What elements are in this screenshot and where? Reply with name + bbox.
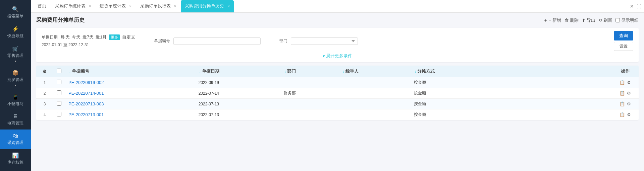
row-checkbox[interactable] [57,80,61,84]
delete-button[interactable]: 🗑 删除 [565,17,579,23]
table: ⚙ ↕ 单据编号 ↕ 单据日期 [36,66,639,120]
row-handler [339,88,411,99]
tab-home[interactable]: 首页 [34,0,50,12]
close-icon[interactable]: × [129,4,131,8]
row-split-method: 按金额 [411,109,612,120]
doc-no-link[interactable]: PE-20220713-001 [68,112,104,117]
toolbar: ＋ + 新增 🗑 删除 ⬆ 导出 ↻ 刷新 显示明细 [543,17,639,23]
doc-no-link[interactable]: PE-20220919-002 [68,80,104,85]
dept-label: 部门 [279,38,287,44]
tab-label: 采购订单统计表 [55,3,86,9]
shortcut-1month[interactable]: 近1月 [96,34,107,40]
view-icon[interactable]: 📋 [620,112,625,117]
more-icon[interactable]: ⚙ [627,112,631,117]
shortcut-more[interactable]: 更多 [109,34,120,40]
setting-button[interactable]: 设置 [614,42,633,51]
view-icon[interactable]: 📋 [620,91,625,96]
gear-icon[interactable]: ⚙ [43,69,47,74]
query-button[interactable]: 查询 [614,31,633,40]
row-check [53,109,65,120]
doc-no-input[interactable] [173,37,261,45]
shortcut-7days[interactable]: 近7天 [83,34,94,40]
show-detail-input[interactable] [615,18,620,22]
data-table: ⚙ ↕ 单据编号 ↕ 单据日期 [36,66,639,120]
more-icon[interactable]: ⚙ [627,91,631,96]
page-title: 采购费用分摊单历史 [36,17,85,24]
action-icons-group: 📋 ⚙ [615,91,635,96]
doc-no-filter-group: 单据编号 [154,37,261,45]
row-action: 📋 ⚙ [612,109,639,120]
row-action: 📋 ⚙ [612,88,639,99]
row-checkbox[interactable] [57,101,61,106]
add-button[interactable]: ＋ + 新增 [543,17,561,23]
sort-icon[interactable]: ↕ [69,70,71,73]
doc-no-link[interactable]: PE-20220713-003 [68,101,104,106]
refresh-button[interactable]: ↻ 刷新 [599,17,612,23]
row-check [53,77,65,88]
row-doc-no: PE-20220919-002 [65,77,195,88]
col-header-doc-date: ↕ 单据日期 [195,66,280,77]
sidebar-item-finance[interactable]: 💰 资金管理 [0,169,31,171]
close-icon[interactable]: × [227,4,229,8]
show-detail-checkbox[interactable]: 显示明细 [615,17,639,23]
row-doc-no: PE-20220713-003 [65,99,195,109]
view-icon[interactable]: 📋 [620,101,625,106]
dept-select[interactable] [291,37,358,45]
row-checkbox[interactable] [57,112,61,116]
sidebar-item-retail[interactable]: 🛒 零售管理 ▾ [0,42,31,66]
close-icon[interactable]: × [174,4,176,8]
retail-icon: 🛒 [12,46,19,52]
table-row: 2 PE-20220714-001 2022-07-14 财务部 按金额 📋 ⚙ [36,88,639,99]
sort-icon[interactable]: ↕ [199,70,201,73]
tab-label: 采购订单执行表 [140,3,171,9]
row-seq: 2 [36,88,53,99]
table-header: ⚙ ↕ 单据编号 ↕ 单据日期 [36,66,639,77]
action-icons-group: 📋 ⚙ [615,112,635,117]
date-range-display: 2022-01-01 至 2022-12-31 [42,42,135,48]
export-button[interactable]: ⬆ 导出 [582,17,595,23]
row-doc-date: 2022-07-13 [195,109,280,120]
sidebar-item-inventory[interactable]: 📊 库存核算 [0,149,31,169]
expand-more-row: ▾ 展开更多条件 [42,53,633,59]
row-split-method: 按金额 [411,99,612,109]
sidebar-item-label: 库存核算 [7,160,23,165]
sort-icon[interactable]: ↕ [343,70,344,73]
delete-icon: 🗑 [565,18,569,23]
tab-purchase-instock-stats[interactable]: 进货单统计表 × [96,0,135,12]
sidebar-item-label: 采购管理 [7,140,23,146]
row-checkbox[interactable] [57,90,61,95]
close-window-icon[interactable]: ✕ [630,4,634,9]
shortcut-today[interactable]: 今天 [72,34,80,40]
sidebar-item-ecommerce[interactable]: 🖥 电商管理 [0,110,31,130]
sidebar-item-search[interactable]: 🔍 搜索菜单 [0,3,31,22]
sidebar-item-label: 批发管理 [7,77,23,83]
row-dept: 财务部 [280,88,339,99]
sidebar-item-mobile[interactable]: 📱 小畅电商 [0,90,31,110]
date-label: 单据日期 [42,34,58,40]
add-icon: ＋ [543,17,548,23]
sort-icon[interactable]: ↕ [284,70,286,73]
select-all-checkbox[interactable] [57,69,61,73]
table-header-row: ⚙ ↕ 单据编号 ↕ 单据日期 [36,66,639,77]
tab-purchase-order-exec[interactable]: 采购订单执行表 × [136,0,180,12]
doc-no-link[interactable]: PE-20220714-001 [68,91,104,96]
ecommerce-icon: 🖥 [13,113,18,119]
row-seq: 1 [36,77,53,88]
more-icon[interactable]: ⚙ [627,80,631,85]
view-icon[interactable]: 📋 [620,80,625,85]
add-label: + 新增 [549,17,561,23]
tab-purchase-order-stats[interactable]: 采购订单统计表 × [51,0,95,12]
sidebar-item-wholesale[interactable]: 📦 批发管理 ▾ [0,66,31,90]
shortcut-yesterday[interactable]: 昨天 [61,34,70,40]
more-icon[interactable]: ⚙ [627,101,631,106]
row-dept [280,99,339,109]
maximize-icon[interactable]: ⛶ [637,4,641,9]
shortcut-custom[interactable]: 自定义 [122,34,135,40]
page-content: 采购费用分摊单历史 ＋ + 新增 🗑 删除 ⬆ 导出 ↻ 刷新 [31,13,644,171]
sidebar-item-quicknav[interactable]: ⚡ 快捷导航 [0,22,31,42]
sidebar-item-purchase[interactable]: 🛍 采购管理 [0,130,31,149]
sort-icon[interactable]: ↕ [415,70,416,73]
expand-more-button[interactable]: ▾ 展开更多条件 [323,53,352,59]
close-icon[interactable]: × [89,4,91,8]
tab-purchase-cost-history[interactable]: 采购费用分摊单历史 × [181,0,233,12]
